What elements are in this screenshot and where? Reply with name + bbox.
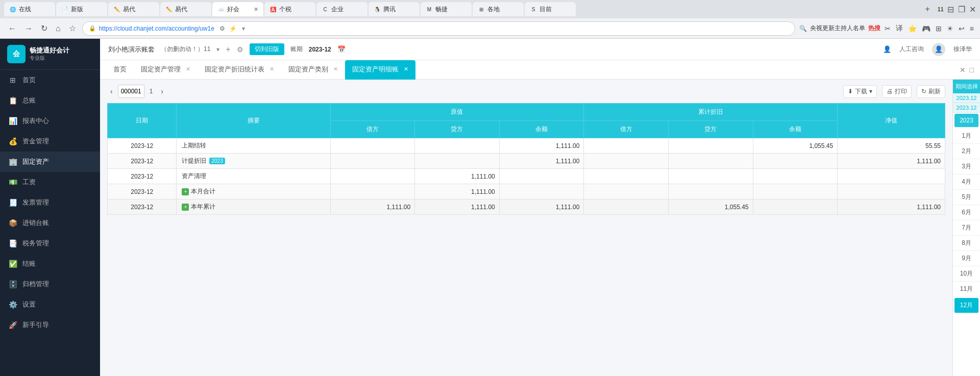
sidebar-item-guide[interactable]: 🚀新手引导: [0, 315, 100, 335]
cell-orig-balance: [499, 184, 584, 199]
dropdown-icon[interactable]: ▾: [242, 25, 245, 32]
reload-button[interactable]: ↻: [39, 22, 50, 34]
restore-icon[interactable]: ❐: [958, 5, 965, 14]
period-month-item[interactable]: 9月: [953, 251, 980, 266]
minimize-icon[interactable]: ⊟: [947, 5, 954, 14]
browser-tab-t10[interactable]: ⊞各地: [473, 2, 524, 16]
site-info-icon[interactable]: ⚙: [219, 25, 225, 32]
cell-orig-balance: 1,111.00: [499, 154, 584, 169]
collapse-expand-icon[interactable]: □: [970, 66, 974, 74]
next-page-button[interactable]: ›: [158, 86, 166, 96]
pagination-row: ‹ 1 › ⬇ 下载 ▾ 🖨: [107, 85, 945, 98]
page-tab-close-${tab.id}[interactable]: ✕: [186, 66, 190, 72]
page-tab-close-${tab.id}[interactable]: ✕: [404, 66, 408, 72]
cell-net-value: 55.55: [838, 138, 945, 154]
page-tab-fixed-mgmt[interactable]: 固定资产管理✕: [134, 60, 198, 80]
page-tab-close-${tab.id}[interactable]: ✕: [333, 66, 338, 72]
sidebar-item-general-ledger[interactable]: 📋总账: [0, 90, 100, 111]
period-month-item[interactable]: 7月: [953, 220, 980, 236]
period-month-item[interactable]: 10月: [953, 266, 980, 282]
grid-icon[interactable]: ⊞: [936, 24, 942, 33]
browser-tab-t6[interactable]: 🅰️个税: [264, 2, 315, 16]
home-button[interactable]: ⌂: [54, 23, 63, 34]
service-icon: 👤: [883, 45, 891, 53]
close-icon[interactable]: ✕: [969, 5, 976, 14]
page-tab-fixed-detail[interactable]: 固定资产明细账✕: [345, 60, 415, 80]
browser-tab-t11[interactable]: S目前: [525, 2, 576, 16]
sidebar-item-settings[interactable]: ⚙️设置: [0, 294, 100, 315]
download-button[interactable]: ⬇ 下载 ▾: [843, 85, 877, 98]
page-tab-fixed-category[interactable]: 固定资产类别✕: [281, 60, 345, 80]
sidebar-item-reports[interactable]: 📊报表中心: [0, 111, 100, 131]
menu-label-settings: 设置: [22, 300, 36, 309]
history-back-icon[interactable]: ↩: [959, 24, 965, 33]
page-tab-fixed-depreciation[interactable]: 固定资产折旧统计表✕: [198, 60, 281, 80]
browser-tab-t3[interactable]: ✏️易代: [108, 2, 159, 16]
avatar[interactable]: 👤: [932, 43, 945, 56]
topbar-settings-icon[interactable]: ⚙: [237, 45, 243, 54]
tab-favicon: ✏️: [113, 6, 120, 13]
table-row: 2023-12 上期结转 1,111.00 1,055.45 55.55: [108, 138, 945, 154]
switch-version-button[interactable]: 切到旧版: [250, 43, 284, 55]
browser-tab-t9[interactable]: M畅捷: [421, 2, 472, 16]
period-month-item[interactable]: 2023: [954, 114, 978, 128]
tab-favicon: 🅰️: [270, 6, 277, 13]
menu-label-fixed-assets: 固定资产: [22, 157, 49, 166]
sun-icon[interactable]: ☀: [947, 24, 953, 33]
print-button[interactable]: 🖨 打印: [882, 85, 912, 98]
menu-icon-tax: 📑: [8, 239, 17, 248]
refresh-button[interactable]: ↻ 刷新: [917, 85, 945, 98]
page-number-input[interactable]: [118, 85, 144, 97]
sidebar-item-inventory[interactable]: 📦进销台账: [0, 213, 100, 233]
topbar-add-icon[interactable]: +: [226, 45, 230, 54]
period-month-item[interactable]: 1月: [953, 129, 980, 144]
page-tab-home[interactable]: 首页: [106, 60, 134, 80]
menu-icon-payroll: 💵: [8, 178, 17, 187]
main-content: 刘小艳演示账套 （勿删勿动！）11 ▾ + ⚙ 切到旧版 账期 2023-12 …: [100, 39, 980, 376]
sidebar-item-home[interactable]: ⊞首页: [0, 70, 100, 90]
back-button[interactable]: ←: [6, 23, 18, 34]
period-month-item[interactable]: 3月: [953, 159, 980, 174]
collapse-close-icon[interactable]: ✕: [960, 66, 966, 74]
browser-tab-t4[interactable]: ✏️易代: [160, 2, 211, 16]
new-tab-button[interactable]: +: [921, 3, 934, 16]
sidebar-item-tax[interactable]: 📑税务管理: [0, 233, 100, 254]
service-label[interactable]: 人工咨询: [899, 45, 924, 54]
browser-tab-t8[interactable]: 🐧腾讯: [369, 2, 420, 16]
topbar-dropdown-icon[interactable]: ▾: [216, 46, 219, 53]
translate-icon[interactable]: 译: [896, 24, 903, 33]
sidebar-item-archives[interactable]: 🗄️归档管理: [0, 274, 100, 294]
tab-close-icon[interactable]: ✕: [254, 6, 258, 13]
browser-tab-t5[interactable]: ☁️好会✕: [212, 2, 263, 16]
period-month-item[interactable]: 6月: [953, 205, 980, 220]
browser-tab-t7[interactable]: C企业: [316, 2, 368, 16]
search-bar: 🔍 央视更新主持人名单 热搜: [799, 24, 880, 33]
period-month-item[interactable]: 4月: [953, 174, 980, 190]
url-input[interactable]: 🔒 https://cloud.chanjet.com/accounting/u…: [82, 21, 795, 36]
browser-tab-t1[interactable]: 🌐在线: [4, 2, 55, 16]
browser-toolbar: ✂ 译 ⭐ 🎮 ⊞ ☀ ↩ ≡: [885, 24, 974, 33]
sidebar-item-invoices[interactable]: 🧾发票管理: [0, 192, 100, 213]
period-label: 账期: [290, 45, 303, 54]
sidebar-item-payroll[interactable]: 💵工资: [0, 172, 100, 192]
period-month-item[interactable]: 12月: [954, 298, 978, 313]
period-month-item[interactable]: 11月: [953, 282, 980, 297]
page-tab-close-${tab.id}[interactable]: ✕: [270, 66, 274, 72]
period-month-item[interactable]: 2月: [953, 144, 980, 159]
menu-icon[interactable]: ≡: [970, 24, 974, 33]
period-month-item[interactable]: 8月: [953, 236, 980, 251]
period-month-item[interactable]: 5月: [953, 190, 980, 205]
star-icon[interactable]: ⭐: [908, 24, 917, 33]
sidebar-item-fixed-assets[interactable]: 🏢固定资产: [0, 152, 100, 172]
forward-button[interactable]: →: [22, 23, 35, 34]
tab-count: 11: [935, 6, 946, 13]
prev-page-button[interactable]: ‹: [107, 86, 116, 96]
scissors-icon[interactable]: ✂: [885, 24, 891, 33]
bookmark-button[interactable]: ☆: [67, 22, 78, 34]
sidebar-item-funds[interactable]: 💰资金管理: [0, 131, 100, 152]
calendar-icon[interactable]: 📅: [337, 45, 346, 53]
page-total: 1: [146, 88, 156, 95]
browser-tab-t2[interactable]: 📄新版: [56, 2, 107, 16]
sidebar-item-settlement[interactable]: ✅结账: [0, 254, 100, 274]
game-icon[interactable]: 🎮: [922, 24, 930, 33]
